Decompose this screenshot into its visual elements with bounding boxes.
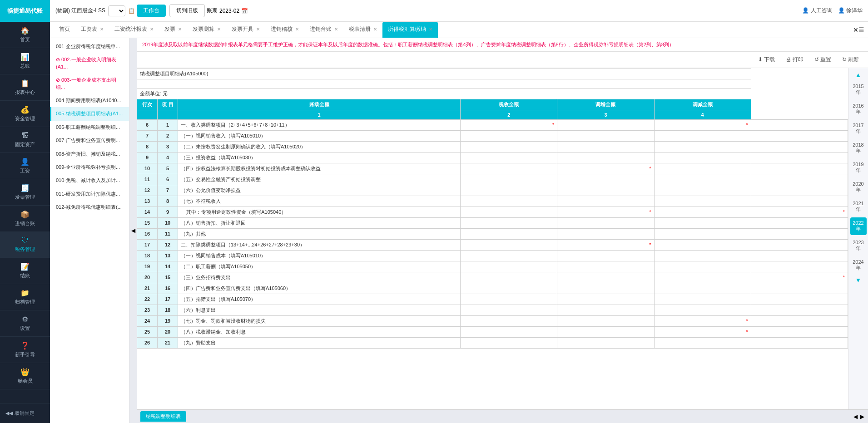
col4-15[interactable]: *	[751, 272, 848, 283]
col2-21[interactable]	[557, 337, 654, 348]
col1-20[interactable]	[461, 326, 557, 337]
year-2018[interactable]: 2018年	[850, 139, 867, 157]
year-2022[interactable]: 2022年	[850, 217, 867, 235]
col4-1[interactable]	[751, 119, 848, 130]
col4-20[interactable]	[751, 326, 848, 337]
col1-21[interactable]	[461, 337, 557, 348]
col2-19[interactable]	[557, 315, 654, 326]
col2-18[interactable]	[557, 305, 654, 315]
col4-4[interactable]	[751, 152, 848, 163]
col1-11[interactable]	[461, 228, 557, 239]
col2-13[interactable]	[557, 250, 654, 261]
col1-18[interactable]	[461, 305, 557, 315]
col2-10[interactable]	[557, 217, 654, 228]
col1-10[interactable]	[461, 217, 557, 228]
left-item-012[interactable]: 012-减免所得税优惠明细表(...	[50, 201, 129, 214]
col1-6[interactable]	[461, 174, 557, 185]
switch-old-button[interactable]: 切到旧版	[169, 4, 205, 17]
col4-2[interactable]	[751, 130, 848, 141]
bottom-tab-adjustment[interactable]: 纳税调整明细表	[140, 411, 186, 422]
calendar-icon[interactable]: 📅	[241, 8, 248, 14]
tab-invoice-issue[interactable]: 发票开具 ✕	[226, 22, 265, 38]
tab-purchase-ledger[interactable]: 进销台账 ✕	[304, 22, 343, 38]
left-item-011[interactable]: 011-研发费用加计扣除优惠...	[50, 187, 129, 201]
sidebar-item-reports[interactable]: 📋 报表中心	[0, 74, 50, 101]
year-2016[interactable]: 2016年	[850, 100, 867, 118]
sidebar-item-purchase-sales[interactable]: 📦 进销台账	[0, 206, 50, 232]
year-2021[interactable]: 2021年	[850, 198, 867, 216]
col4-17[interactable]	[751, 294, 848, 305]
col1-3[interactable]	[461, 141, 557, 152]
table-wrapper[interactable]: 纳税调整项目明细表(A105000) 全额单位: 元	[137, 68, 848, 410]
unpin-button[interactable]: ◀◀ 取消固定	[4, 407, 46, 419]
left-item-007[interactable]: 007-广告费和业务宣传费明...	[50, 134, 129, 147]
col2-14[interactable]	[557, 261, 654, 272]
col3-16[interactable]	[654, 283, 751, 294]
left-item-004[interactable]: 004-期间费用明细表(A1040...	[50, 94, 129, 107]
year-2020[interactable]: 2020年	[850, 178, 867, 196]
user-avatar[interactable]: 👤 徐泽华	[838, 7, 863, 15]
col4-18[interactable]	[751, 305, 848, 315]
col3-20[interactable]: *	[654, 326, 751, 337]
sidebar-item-invoice[interactable]: 🧾 发票管理	[0, 179, 50, 206]
col3-11[interactable]	[654, 228, 751, 239]
col2-8[interactable]	[557, 196, 654, 207]
col3-3[interactable]	[654, 141, 751, 152]
tab-close-all[interactable]: ✕	[853, 26, 858, 34]
tab-invoice-calc-close[interactable]: ✕	[217, 27, 221, 32]
col3-21[interactable]	[654, 337, 751, 348]
col2-4[interactable]	[557, 152, 654, 163]
download-button[interactable]: ⬇ 下载	[754, 54, 779, 65]
col1-1[interactable]: *	[461, 119, 557, 130]
col4-14[interactable]	[751, 261, 848, 272]
consult-button[interactable]: 👤 人工咨询	[802, 7, 832, 15]
col2-2[interactable]	[557, 130, 654, 141]
tab-tax-list[interactable]: 税表清册 ✕	[343, 22, 382, 38]
col2-20[interactable]	[557, 326, 654, 337]
col3-15[interactable]	[654, 272, 751, 283]
col3-10[interactable]	[654, 217, 751, 228]
tab-invoice[interactable]: 发票 ✕	[159, 22, 187, 38]
left-item-010[interactable]: 010-免税、减计收入及加计...	[50, 174, 129, 187]
sidebar-item-archive[interactable]: 📁 归档管理	[0, 284, 50, 310]
col1-13[interactable]	[461, 250, 557, 261]
col3-9[interactable]	[654, 207, 751, 217]
col1-15[interactable]	[461, 272, 557, 283]
col4-21[interactable]	[751, 337, 848, 348]
reset-button[interactable]: ↺ 重置	[811, 54, 835, 65]
col4-19[interactable]	[751, 315, 848, 326]
workbench-button[interactable]: 工作台	[137, 5, 166, 17]
sidebar-item-tax[interactable]: 🛡 税务管理	[0, 232, 50, 258]
col4-11[interactable]	[751, 228, 848, 239]
year-2019[interactable]: 2019年	[850, 159, 867, 177]
col3-2[interactable]	[654, 130, 751, 141]
col1-5[interactable]	[461, 163, 557, 174]
tab-purchase-ledger-close[interactable]: ✕	[334, 27, 338, 32]
tab-payroll-close[interactable]: ✕	[100, 27, 104, 32]
col1-7[interactable]	[461, 185, 557, 196]
company-dropdown[interactable]	[108, 5, 125, 16]
col4-6[interactable]	[751, 174, 848, 185]
col3-13[interactable]	[654, 250, 751, 261]
col2-9[interactable]: *	[557, 207, 654, 217]
sidebar-item-home[interactable]: 🏠 首页	[0, 22, 50, 48]
col4-8[interactable]	[751, 196, 848, 207]
col3-5[interactable]	[654, 163, 751, 174]
col4-9[interactable]: *	[751, 207, 848, 217]
tab-payroll-stats-close[interactable]: ✕	[150, 27, 154, 32]
left-item-003[interactable]: ⊘ 003-一般企业成本支出明细...	[50, 74, 129, 94]
col4-10[interactable]	[751, 217, 848, 228]
scroll-left-icon[interactable]: ◀	[853, 413, 858, 420]
col2-11[interactable]	[557, 228, 654, 239]
year-scroll-up[interactable]: ▲	[850, 70, 867, 80]
left-item-008[interactable]: 008-资产折旧、摊销及纳税...	[50, 148, 129, 161]
sidebar-item-guide[interactable]: ❓ 新手引导	[0, 337, 50, 363]
tab-income-tax[interactable]: 所得税汇算缴纳 ✕	[382, 22, 438, 38]
col1-19[interactable]	[461, 315, 557, 326]
col3-17[interactable]	[654, 294, 751, 305]
tab-home[interactable]: 首页	[54, 22, 75, 38]
col2-16[interactable]	[557, 283, 654, 294]
col1-2[interactable]	[461, 130, 557, 141]
col3-8[interactable]	[654, 196, 751, 207]
col3-1[interactable]: *	[654, 119, 751, 130]
